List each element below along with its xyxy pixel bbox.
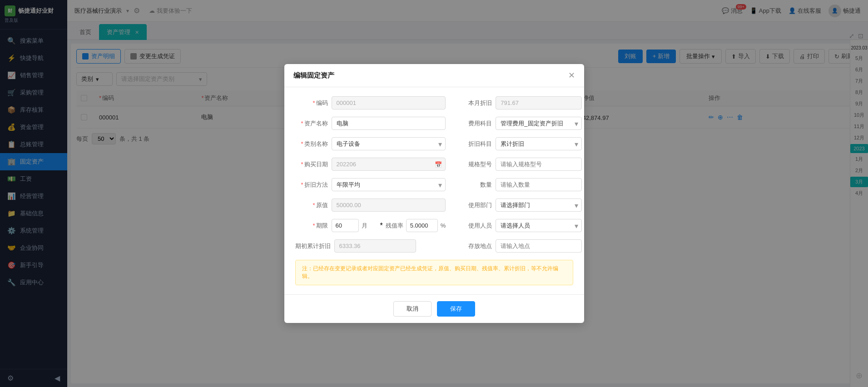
expense-subject-wrap: 管理费用_固定资产折旧 ▾ <box>496 117 582 130</box>
initial-dep-label: 期初累计折旧 <box>295 242 331 250</box>
form-row-asset-name: *资产名称 <box>295 117 446 130</box>
original-value-input[interactable] <box>332 198 446 212</box>
period-residual-inline: 月 * 残值率 % <box>332 219 446 232</box>
category-select[interactable]: 电子设备 <box>332 137 446 150</box>
form-row-purchase-date: *购买日期 📅 <box>295 158 446 171</box>
asset-name-input[interactable] <box>332 117 446 130</box>
save-button[interactable]: 保存 <box>437 301 475 317</box>
expense-subject-label: 费用科目 <box>459 119 492 128</box>
form-row-spec: 规格型号 <box>459 158 582 171</box>
modal-footer: 取消 保存 <box>284 294 584 323</box>
form-note-text: 注：已经存在变更记录或者对应固定资产已经生成凭证，原值、购买日期、残值率、累计折… <box>302 265 558 279</box>
modal-overlay: 编辑固定资产 ✕ *编码 *资产名称 <box>0 0 868 387</box>
department-select[interactable]: 请选择部门 <box>496 198 582 212</box>
purchase-date-wrap: 📅 <box>332 158 446 171</box>
department-select-wrap: 请选择部门 ▾ <box>496 198 582 212</box>
original-value-label: *原值 <box>295 201 328 209</box>
period-unit-label: 月 <box>362 222 367 230</box>
department-label: 使用部门 <box>459 201 492 209</box>
monthly-dep-label: 本月折旧 <box>459 99 492 107</box>
asset-name-label: *资产名称 <box>295 119 328 128</box>
modal-header: 编辑固定资产 ✕ <box>284 64 584 87</box>
quantity-input[interactable] <box>496 178 582 191</box>
form-row-monthly-dep: 本月折旧 <box>459 96 582 109</box>
period-label: *期限 <box>295 222 328 230</box>
category-select-wrap: 电子设备 ▾ <box>332 137 446 150</box>
location-label: 存放地点 <box>459 242 492 250</box>
spec-label: 规格型号 <box>459 160 492 169</box>
form-row-department: 使用部门 请选择部门 ▾ <box>459 198 582 212</box>
purchase-date-label: *购买日期 <box>295 160 328 169</box>
form-row-location: 存放地点 <box>459 239 582 253</box>
form-row-user: 使用人员 请选择人员 ▾ <box>459 219 582 232</box>
monthly-dep-input[interactable] <box>496 96 582 109</box>
cancel-button[interactable]: 取消 <box>393 301 432 317</box>
dep-subject-select[interactable]: 累计折旧 <box>496 137 582 150</box>
code-input[interactable] <box>332 96 446 109</box>
residual-rate-input[interactable] <box>406 219 438 232</box>
residual-rate-label: 残值率 <box>386 222 403 230</box>
expense-subject-select[interactable]: 管理费用_固定资产折旧 <box>496 117 582 130</box>
form-row-category: *类别名称 电子设备 ▾ <box>295 137 446 150</box>
residual-rate-unit: % <box>441 222 446 229</box>
calendar-icon: 📅 <box>435 161 442 168</box>
dep-method-select-wrap: 年限平均 ▾ <box>332 178 446 191</box>
code-label: *编码 <box>295 99 328 107</box>
initial-dep-input[interactable] <box>334 239 416 253</box>
dep-subject-wrap: 累计折旧 ▾ <box>496 137 582 150</box>
residual-req: * <box>380 222 383 230</box>
dep-method-select[interactable]: 年限平均 <box>332 178 446 191</box>
modal-title: 编辑固定资产 <box>293 71 334 80</box>
form-row-original-value: *原值 <box>295 198 446 212</box>
period-input[interactable] <box>332 219 359 232</box>
dep-method-label: *折旧方法 <box>295 181 328 189</box>
form-row-period-residual: *期限 月 * 残值率 % <box>295 219 446 232</box>
user-select-wrap: 请选择人员 ▾ <box>496 219 582 232</box>
spec-input[interactable] <box>496 158 582 171</box>
location-input[interactable] <box>496 239 582 253</box>
modal-form: *编码 *资产名称 *类别名称 <box>295 96 573 253</box>
form-row-dep-subject: 折旧科目 累计折旧 ▾ <box>459 137 582 150</box>
quantity-label: 数量 <box>459 181 492 189</box>
modal-body: *编码 *资产名称 *类别名称 <box>284 87 584 294</box>
form-row-dep-method: *折旧方法 年限平均 ▾ <box>295 178 446 191</box>
form-row-expense-subject: 费用科目 管理费用_固定资产折旧 ▾ <box>459 117 582 130</box>
modal-close-button[interactable]: ✕ <box>568 70 575 80</box>
dep-subject-label: 折旧科目 <box>459 140 492 148</box>
user-select[interactable]: 请选择人员 <box>496 219 582 232</box>
form-note: 注：已经存在变更记录或者对应固定资产已经生成凭证，原值、购买日期、残值率、累计折… <box>295 260 573 285</box>
purchase-date-input[interactable] <box>332 158 446 171</box>
edit-asset-modal: 编辑固定资产 ✕ *编码 *资产名称 <box>284 64 584 323</box>
form-row-code: *编码 <box>295 96 446 109</box>
category-label: *类别名称 <box>295 140 328 148</box>
form-row-quantity: 数量 <box>459 178 582 191</box>
form-row-initial-dep: 期初累计折旧 <box>295 239 446 253</box>
user-label: 使用人员 <box>459 222 492 230</box>
